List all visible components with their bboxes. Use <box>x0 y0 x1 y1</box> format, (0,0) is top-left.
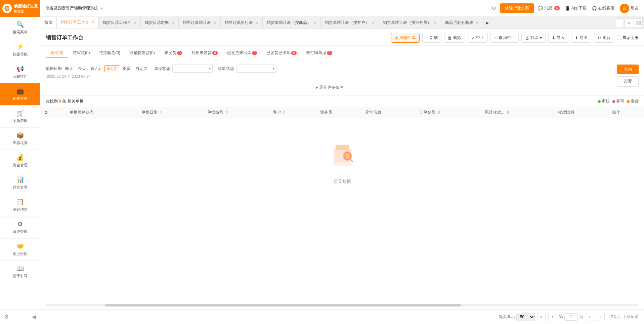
date-opt-custom[interactable]: 自定义 <box>134 65 149 72</box>
sidebar-collapse-icon[interactable]: ◀ <box>32 314 36 320</box>
sidebar-item-purchase[interactable]: 🛒 采购管理 <box>0 106 40 128</box>
subtab-not-shipped[interactable]: 未发货0 <box>160 48 187 58</box>
online-service-action[interactable]: 🎧 在线客服 <box>592 5 614 11</box>
sidebar-item-quick-nav[interactable]: ⚡ 快捷导航 <box>0 39 40 61</box>
tab-home[interactable]: 首页 <box>40 17 57 29</box>
query-btn[interactable]: 查询 <box>617 65 639 74</box>
sidebar-item-enterprise[interactable]: 🤝 企业协同 <box>0 239 40 261</box>
import-btn[interactable]: ⬇ 导入 <box>548 33 568 43</box>
sort-bill-date[interactable]: ⇅ <box>160 110 163 115</box>
sort-bill-no[interactable]: ⇅ <box>225 110 228 115</box>
tab-close-cash-reconcile[interactable]: ✕ <box>172 21 174 25</box>
payment-select[interactable] <box>236 65 276 73</box>
subtab-not-printed[interactable]: 未打印单据0 <box>301 48 337 58</box>
print-btn[interactable]: 🖨 打印 ▾ <box>521 33 546 43</box>
topbar-settings-icon[interactable]: ⚙ <box>491 5 496 11</box>
ship-quick-btn[interactable]: 发货 <box>627 98 639 104</box>
sidebar-item-guide[interactable]: 📖 新手引导 <box>0 261 40 283</box>
sidebar-item-system[interactable]: ⚙ 系统管理 <box>0 216 40 239</box>
tab-cash-daily[interactable]: 钱货日清工作台 ✕ <box>99 17 141 29</box>
smart-generate-btn[interactable]: ★ 智能生单 <box>391 33 420 43</box>
sort-amount[interactable]: ⇅ <box>437 110 441 115</box>
tab-close-sales-stat[interactable]: ✕ <box>214 21 216 25</box>
tab-minimize-btn[interactable]: — <box>615 18 624 27</box>
app-download-action[interactable]: 📱 App下载 <box>565 5 587 11</box>
last-page-btn[interactable]: » <box>597 313 605 321</box>
tab-close-product-margin[interactable]: ✕ <box>476 21 479 25</box>
subtab-wangpu[interactable]: 旺铺待发货(0) <box>125 48 160 58</box>
date-opt-last7[interactable]: 近7天 <box>89 65 102 72</box>
subtab-shipped-warehoused[interactable]: 已发货已出库0 <box>262 48 301 58</box>
th-settings[interactable]: ⚙ <box>40 107 52 118</box>
export-btn[interactable]: ⬆ 导出 <box>571 33 591 43</box>
tab-sales-stat-product[interactable]: 销货单统计表（按商品） ✕ <box>263 17 321 29</box>
date-opt-yesterday[interactable]: 昨天 <box>64 65 75 72</box>
review-quick-btn[interactable]: 审核 <box>598 98 610 104</box>
next-page-btn[interactable]: › <box>586 313 594 321</box>
filter-main: 单据日期 昨天 今天 近7天 近1月 更多 自定义 单据状态 <box>46 65 613 92</box>
message-action[interactable]: 💬 消息 6 <box>538 5 560 11</box>
sidebar-settings-icon[interactable]: ⚙ <box>4 314 9 320</box>
date-opt-today[interactable]: 今天 <box>77 65 87 72</box>
status-select[interactable] <box>172 65 213 73</box>
cancel-review-quick-btn[interactable]: 弃审 <box>612 98 624 104</box>
tab-sales-stat[interactable]: 销售订单统计表 ✕ <box>179 17 221 29</box>
date-opt-more[interactable]: 更多 <box>121 65 132 72</box>
select-all-checkbox[interactable] <box>57 110 61 114</box>
sidebar-item-basic-info[interactable]: 📋 基础信息 <box>0 194 40 216</box>
empty-icon <box>326 138 359 178</box>
date-opt-last1m[interactable]: 近1月 <box>104 65 120 72</box>
user-action[interactable]: 友 用友 <box>620 4 639 13</box>
tab-close-sales-stat-product[interactable]: ✕ <box>314 21 316 25</box>
sort-collected[interactable]: ⇅ <box>506 110 510 115</box>
tab-sales-stat-customer[interactable]: 销货单统计表（按客户） ✕ <box>321 17 379 29</box>
subtab-pending-review[interactable]: 待审核(0) <box>68 48 95 58</box>
industry-btn[interactable]: 体验行业方案 <box>500 3 534 13</box>
workbench-header: 销售订单工作台 ★ 智能生单 + 新增 🗑 删除 ⊘ 中止 <box>40 29 644 46</box>
suspend-btn[interactable]: ⊘ 中止 <box>468 33 488 43</box>
show-detail-input[interactable] <box>617 36 621 40</box>
expand-more-btn[interactable]: ▾ 展开更多条件 <box>313 83 346 92</box>
scroll-thumb[interactable] <box>105 304 461 307</box>
delete-btn[interactable]: 🗑 删除 <box>444 33 465 43</box>
sidebar-item-inventory[interactable]: 📦 库存核算 <box>0 128 40 150</box>
sidebar-item-marketing[interactable]: 📢 营销推广 <box>0 61 40 83</box>
lightning-icon: ⚡ <box>16 43 24 50</box>
subtab-pending-inspect[interactable]: 待拣验货(0) <box>94 48 125 58</box>
subtab-shipped-not-warehoused[interactable]: 已发货未出库0 <box>222 48 262 58</box>
horizontal-scrollbar[interactable] <box>46 304 639 307</box>
sidebar-item-finance[interactable]: 💰 资金管理 <box>0 150 40 172</box>
tab-close-sales-exec[interactable]: ✕ <box>256 21 258 25</box>
refresh-btn[interactable]: ↻ 刷新 <box>594 33 614 43</box>
first-page-btn[interactable]: « <box>538 313 546 321</box>
prev-page-btn[interactable]: ‹ <box>548 313 556 321</box>
tab-product-margin[interactable]: 商品毛利分析表 ✕ <box>441 17 483 29</box>
tab-close-sales-stat-customer[interactable]: ✕ <box>372 21 375 25</box>
page-number-input[interactable] <box>564 313 578 321</box>
cancel-suspend-btn[interactable]: ↩ 取消中止 <box>490 33 519 43</box>
tab-close-sales-stat-staff[interactable]: ✕ <box>434 21 437 25</box>
tabbar-more[interactable]: ▶ <box>483 21 491 25</box>
sidebar-item-operation[interactable]: 📊 经营管理 <box>0 172 40 194</box>
tab-sales-order[interactable]: 销售订单工作台 ✕ <box>57 17 99 29</box>
tab-sales-stat-staff[interactable]: 销货单统计表（按业务员） ✕ <box>379 17 441 29</box>
sort-customer[interactable]: ⇅ <box>283 110 286 115</box>
th-bill-no: 单据编号 ⇅ <box>203 107 269 118</box>
tab-sales-exec[interactable]: 销售订单执行表 ✕ <box>221 17 263 29</box>
show-detail-checkbox[interactable]: 显示明细 <box>617 35 639 41</box>
add-btn[interactable]: + 新增 <box>422 33 441 43</box>
sidebar-item-sales[interactable]: 💼 销售管理 <box>0 83 40 106</box>
tab-cash-reconcile[interactable]: 钱货日清对账 ✕ <box>141 17 179 29</box>
tab-close-all-btn[interactable]: ✕ <box>625 18 633 27</box>
tab-expand-btn[interactable]: ⬜ <box>634 18 643 27</box>
filter-payment: 收款状态 <box>218 65 276 73</box>
phone-icon: 📱 <box>565 6 570 11</box>
tab-close-cash-daily[interactable]: ✕ <box>134 21 136 25</box>
subtab-all[interactable]: 全部(0) <box>46 48 68 58</box>
filter-settings-btn[interactable]: 设置 <box>617 76 639 87</box>
tab-close-sales-order[interactable]: ✕ <box>92 21 94 24</box>
workbench-actions: ★ 智能生单 + 新增 🗑 删除 ⊘ 中止 ↩ 取消中止 <box>391 33 639 43</box>
sidebar-item-search[interactable]: 🔍 搜索菜单 <box>0 17 40 39</box>
page-size-select[interactable]: 50 10 20 100 <box>516 313 535 321</box>
subtab-expired-not-shipped[interactable]: 到期未发货0 <box>187 48 222 58</box>
